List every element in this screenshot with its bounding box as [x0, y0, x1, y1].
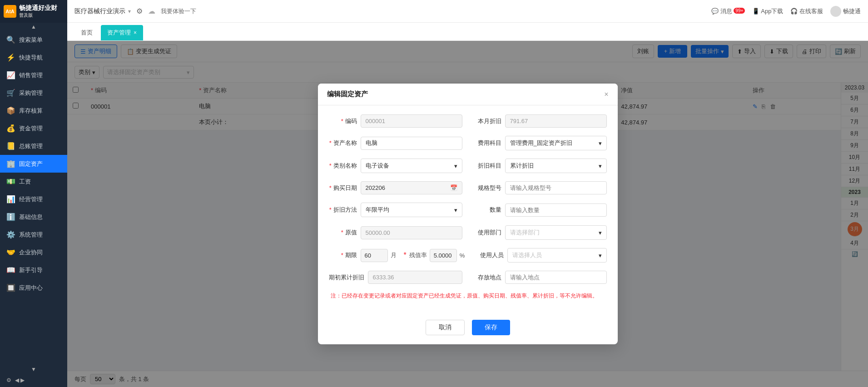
sidebar-item-label: 固定资产	[19, 160, 43, 168]
sidebar-nav: 🔍 搜索菜单 ⚡ 快捷导航 📈 销售管理 🛒 采购管理 📦 库存核算 💰 资金管…	[0, 31, 67, 365]
finance-icon: 💰	[6, 124, 15, 133]
sidebar-scroll-down[interactable]: ▼	[0, 365, 67, 373]
form-col-category: * 类别名称 电子设备 ▾	[329, 159, 462, 173]
modal-header: 编辑固定资产 ×	[318, 84, 618, 105]
period-label: * 期限	[329, 251, 361, 259]
person-label: 使用人员	[476, 251, 507, 259]
purchase-date-input[interactable]: 202206 📅	[361, 181, 462, 194]
app-download-btn[interactable]: 📱 App下载	[752, 7, 783, 15]
quantity-input[interactable]	[505, 203, 607, 217]
salary-icon: 💵	[6, 177, 15, 186]
form-row-5: * 折旧方法 年限平均 ▾ 数量	[329, 203, 607, 217]
spec-input[interactable]	[505, 181, 607, 194]
dep-account-select[interactable]: 累计折旧 ▾	[505, 159, 607, 173]
period-unit: 月	[391, 251, 397, 259]
sidebar-item-label: 库存核算	[19, 107, 43, 115]
modal-body: * 编码 本月折旧	[318, 105, 618, 314]
modal-overlay: 编辑固定资产 × * 编码 本月折旧	[67, 41, 868, 387]
asset-name-input[interactable]	[361, 137, 462, 150]
settings-icon[interactable]: ⚙	[6, 377, 11, 383]
original-value-label: * 原值	[329, 228, 361, 237]
appcenter-icon: 🔲	[6, 283, 15, 292]
form-col-person: 使用人员 请选择人员 ▾	[476, 248, 606, 263]
monthly-dep-label: 本月折旧	[473, 117, 505, 125]
industry-dropdown-icon[interactable]: ▾	[128, 8, 131, 15]
sidebar-item-label: 资金管理	[19, 124, 43, 133]
user-avatar[interactable]: 畅捷通	[830, 6, 861, 17]
sidebar-item-ledger[interactable]: 📒 总账管理	[0, 137, 67, 155]
message-label: 消息	[720, 8, 732, 15]
sidebar-item-sales[interactable]: 📈 销售管理	[0, 66, 67, 84]
sidebar-item-purchase[interactable]: 🛒 采购管理	[0, 84, 67, 102]
monthly-dep-input	[505, 114, 607, 128]
period-input[interactable]	[361, 249, 388, 262]
department-select[interactable]: 请选择部门 ▾	[505, 225, 607, 240]
form-col-monthly-dep: 本月折旧	[473, 114, 607, 128]
form-col-location: 存放地点	[473, 271, 607, 284]
sidebar-item-label: 企业协同	[19, 248, 43, 257]
code-input[interactable]	[361, 114, 462, 128]
expense-account-select[interactable]: 管理费用_固定资产折旧 ▾	[505, 136, 607, 150]
form-col-asset-name: * 资产名称	[329, 137, 462, 150]
search-icon: 🔍	[6, 35, 15, 44]
form-row-4: * 购买日期 202206 📅 规格型号	[329, 181, 607, 194]
form-col-period: * 期限 月 * 残值率 %	[329, 249, 465, 262]
sidebar-item-basicinfo[interactable]: ℹ️ 基础信息	[0, 208, 67, 226]
department-placeholder: 请选择部门	[510, 228, 540, 237]
form-col-expense-account: 费用科目 管理费用_固定资产折旧 ▾	[473, 136, 607, 150]
tab-asset-mgmt[interactable]: 资产管理 ×	[101, 25, 143, 40]
message-badge: 99+	[734, 8, 745, 14]
modal-note: 注：已经存在变更记录或者对应固定资产已经生成凭证，原值、购买日期、残值率、累计折…	[329, 292, 607, 300]
basicinfo-icon: ℹ️	[6, 213, 15, 221]
cancel-button[interactable]: 取消	[426, 320, 465, 335]
purchase-icon: 🛒	[6, 89, 15, 97]
sidebar-item-guide[interactable]: 📖 新手引导	[0, 261, 67, 279]
sidebar-item-system[interactable]: ⚙️ 系统管理	[0, 226, 67, 243]
modal-close-icon[interactable]: ×	[604, 90, 608, 99]
expense-account-label: 费用科目	[473, 139, 505, 147]
message-btn[interactable]: 💬 消息 99+	[711, 7, 745, 15]
dep-method-value: 年限平均	[366, 206, 389, 214]
sidebar-item-fixed-assets[interactable]: 🏢 固定资产	[0, 155, 67, 173]
dep-account-value: 累计折旧	[510, 162, 534, 170]
ledger-icon: 📒	[6, 142, 15, 150]
top-bar: 医疗器械行业演示 ▾ ⚙ ☁ 我要体验一下 💬 消息 99+ 📱 App下载 🎧…	[67, 0, 868, 23]
modal-title: 编辑固定资产	[327, 90, 368, 99]
sidebar-item-label: 新手引导	[19, 266, 43, 274]
industry-title: 医疗器械行业演示 ▾	[74, 7, 131, 15]
person-select[interactable]: 请选择人员 ▾	[507, 248, 606, 263]
category-select[interactable]: 电子设备 ▾	[361, 159, 462, 173]
form-row-6: * 原值 使用部门 请选择部门 ▾	[329, 225, 607, 240]
sidebar-item-finance[interactable]: 💰 资金管理	[0, 119, 67, 137]
dep-account-arrow: ▾	[599, 163, 602, 169]
dep-method-label: * 折旧方法	[329, 206, 361, 214]
sidebar-item-search[interactable]: 🔍 搜索菜单	[0, 31, 67, 49]
expense-account-value: 管理费用_固定资产折旧	[510, 139, 572, 147]
tab-close-icon[interactable]: ×	[134, 30, 137, 36]
sidebar-item-quicknav[interactable]: ⚡ 快捷导航	[0, 49, 67, 66]
online-support-btn[interactable]: 🎧 在线客服	[790, 7, 823, 15]
expense-account-arrow: ▾	[599, 140, 602, 147]
tab-home[interactable]: 首页	[74, 25, 99, 40]
initial-dep-input	[368, 271, 462, 284]
sidebar-item-inventory[interactable]: 📦 库存核算	[0, 102, 67, 119]
settings-gear-icon[interactable]: ⚙	[136, 7, 143, 15]
location-input[interactable]	[505, 271, 607, 284]
sidebar-scroll-up[interactable]: ▲	[0, 23, 67, 31]
save-button[interactable]: 保存	[472, 320, 510, 335]
experience-link[interactable]: 我要体验一下	[161, 7, 196, 15]
sidebar-item-operations[interactable]: 📊 经营管理	[0, 190, 67, 208]
sidebar-item-salary[interactable]: 💵 工资	[0, 173, 67, 190]
username: 畅捷通	[843, 7, 861, 15]
top-bar-right: 💬 消息 99+ 📱 App下载 🎧 在线客服 畅捷通	[711, 6, 861, 17]
collapse-icon[interactable]: ◀ ▶	[15, 377, 25, 383]
form-col-spec: 规格型号	[473, 181, 607, 194]
sidebar-item-appcenter[interactable]: 🔲 应用中心	[0, 279, 67, 297]
dep-method-select[interactable]: 年限平均 ▾	[361, 203, 462, 217]
tab-home-label: 首页	[81, 29, 93, 37]
sidebar-item-collab[interactable]: 🤝 企业协同	[0, 243, 67, 261]
residual-rate-input[interactable]	[430, 249, 457, 262]
sidebar-item-label: 基础信息	[19, 213, 43, 221]
purchase-date-value: 202206	[366, 184, 385, 191]
sidebar-item-label: 工资	[19, 178, 31, 186]
